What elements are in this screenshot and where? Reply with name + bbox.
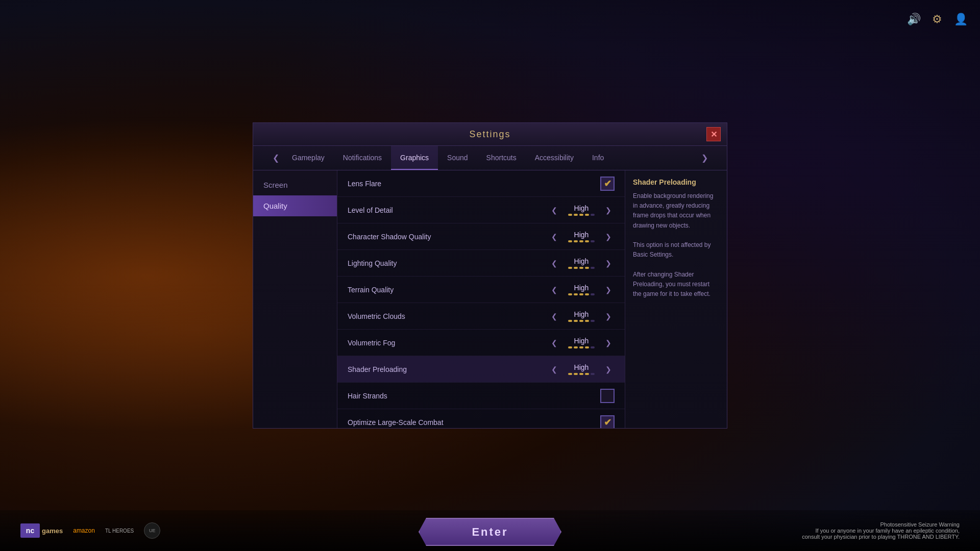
info-panel-title: Shader Preloading <box>633 178 719 186</box>
tab-prev-button[interactable]: ❮ <box>268 146 283 170</box>
tabs-container: ❮ Gameplay Notifications Graphics Sound … <box>253 146 727 170</box>
vol-clouds-next-button[interactable]: ❯ <box>602 310 615 322</box>
terrain-label: Terrain Quality <box>348 286 548 294</box>
tabs-list: Gameplay Notifications Graphics Sound Sh… <box>283 146 697 170</box>
dot2 <box>574 214 578 216</box>
optimize-control: ✔ <box>600 415 615 429</box>
vol-fog-next-button[interactable]: ❯ <box>602 337 615 349</box>
shader-dots <box>568 373 595 375</box>
vol-clouds-dots <box>568 320 595 322</box>
hair-label: Hair Strands <box>348 392 600 400</box>
shadow-value-container: High <box>564 231 599 242</box>
vol-clouds-value-container: High <box>564 310 599 322</box>
optimize-checkbox[interactable]: ✔ <box>600 415 615 429</box>
setting-row-lod: Level of Detail ❮ High <box>337 197 625 223</box>
setting-row-shadow: Character Shadow Quality ❮ High <box>337 223 625 250</box>
tab-info[interactable]: Info <box>583 146 613 170</box>
setting-row-lens-flare: Lens Flare ✔ <box>337 170 625 197</box>
lod-control: ❮ High ❯ <box>548 204 615 216</box>
lens-flare-check: ✔ <box>604 178 611 189</box>
modal-body: Screen Quality Lens Flare ✔ Level of Det… <box>253 170 727 428</box>
shadow-label: Character Shadow Quality <box>348 233 548 241</box>
dot5 <box>591 214 595 216</box>
shader-next-button[interactable]: ❯ <box>602 363 615 375</box>
tab-sound[interactable]: Sound <box>438 146 477 170</box>
tab-graphics[interactable]: Graphics <box>391 146 438 170</box>
tab-next-button[interactable]: ❯ <box>697 146 712 170</box>
shadow-value: High <box>574 231 589 239</box>
vol-clouds-label: Volumetric Clouds <box>348 312 548 320</box>
terrain-control: ❮ High ❯ <box>548 284 615 296</box>
lod-next-button[interactable]: ❯ <box>602 204 615 216</box>
lod-value-container: High <box>564 204 599 216</box>
setting-row-lighting: Lighting Quality ❮ High <box>337 250 625 277</box>
optimize-label: Optimize Large-Scale Combat <box>348 418 600 427</box>
vol-fog-value-container: High <box>564 337 599 348</box>
tab-accessibility[interactable]: Accessibility <box>526 146 583 170</box>
shadow-control: ❮ High ❯ <box>548 231 615 243</box>
settings-modal: Settings ✕ ❮ Gameplay Notifications Grap… <box>253 122 727 429</box>
lod-label: Level of Detail <box>348 206 548 214</box>
tab-notifications[interactable]: Notifications <box>334 146 391 170</box>
setting-row-optimize: Optimize Large-Scale Combat ✔ <box>337 409 625 428</box>
sidebar-item-quality[interactable]: Quality <box>253 195 337 216</box>
dot1 <box>568 214 572 216</box>
info-panel-text: Enable background rendering in advance, … <box>633 191 719 299</box>
lighting-value: High <box>574 257 589 265</box>
modal-header: Settings ✕ <box>253 123 727 146</box>
dot4 <box>585 214 589 216</box>
lighting-prev-button[interactable]: ❮ <box>548 257 560 269</box>
lod-prev-button[interactable]: ❮ <box>548 204 560 216</box>
shadow-dots <box>568 240 595 242</box>
info-panel: Shader Preloading Enable background rend… <box>625 170 727 428</box>
terrain-value: High <box>574 284 589 292</box>
modal-title: Settings <box>469 129 510 140</box>
terrain-prev-button[interactable]: ❮ <box>548 284 560 296</box>
lighting-label: Lighting Quality <box>348 259 548 267</box>
setting-row-terrain: Terrain Quality ❮ High <box>337 277 625 303</box>
vol-fog-control: ❮ High ❯ <box>548 337 615 349</box>
shadow-next-button[interactable]: ❯ <box>602 231 615 243</box>
vol-clouds-value: High <box>574 310 589 318</box>
shader-value: High <box>574 363 589 371</box>
modal-overlay: Settings ✕ ❮ Gameplay Notifications Grap… <box>0 0 980 551</box>
setting-row-vol-clouds: Volumetric Clouds ❮ High <box>337 303 625 330</box>
vol-fog-label: Volumetric Fog <box>348 339 548 347</box>
lod-dots <box>568 214 595 216</box>
setting-row-hair: Hair Strands <box>337 383 625 409</box>
vol-clouds-prev-button[interactable]: ❮ <box>548 310 560 322</box>
terrain-next-button[interactable]: ❯ <box>602 284 615 296</box>
lens-flare-checkbox[interactable]: ✔ <box>600 177 615 191</box>
vol-fog-prev-button[interactable]: ❮ <box>548 337 560 349</box>
lod-value: High <box>574 204 589 212</box>
vol-fog-dots <box>568 346 595 348</box>
shadow-prev-button[interactable]: ❮ <box>548 231 560 243</box>
shader-control: ❮ High ❯ <box>548 363 615 375</box>
content-area: Lens Flare ✔ Level of Detail ❮ High <box>337 170 625 428</box>
lighting-dots <box>568 267 595 269</box>
setting-row-shader: Shader Preloading ❮ High <box>337 356 625 383</box>
sidebar: Screen Quality <box>253 170 337 428</box>
shader-prev-button[interactable]: ❮ <box>548 363 560 375</box>
tab-shortcuts[interactable]: Shortcuts <box>477 146 526 170</box>
terrain-value-container: High <box>564 284 599 295</box>
optimize-check: ✔ <box>604 417 611 428</box>
dot3 <box>579 214 583 216</box>
close-button[interactable]: ✕ <box>706 127 721 141</box>
lighting-value-container: High <box>564 257 599 269</box>
lens-flare-control: ✔ <box>600 177 615 191</box>
shader-label: Shader Preloading <box>348 365 548 373</box>
vol-fog-value: High <box>574 337 589 345</box>
hair-control <box>600 389 615 403</box>
shader-value-container: High <box>564 363 599 375</box>
lens-flare-label: Lens Flare <box>348 180 600 188</box>
hair-checkbox[interactable] <box>600 389 615 403</box>
sidebar-item-screen[interactable]: Screen <box>253 174 337 195</box>
terrain-dots <box>568 293 595 295</box>
vol-clouds-control: ❮ High ❯ <box>548 310 615 322</box>
setting-row-vol-fog: Volumetric Fog ❮ High <box>337 330 625 356</box>
lighting-control: ❮ High ❯ <box>548 257 615 269</box>
tab-gameplay[interactable]: Gameplay <box>283 146 334 170</box>
lighting-next-button[interactable]: ❯ <box>602 257 615 269</box>
